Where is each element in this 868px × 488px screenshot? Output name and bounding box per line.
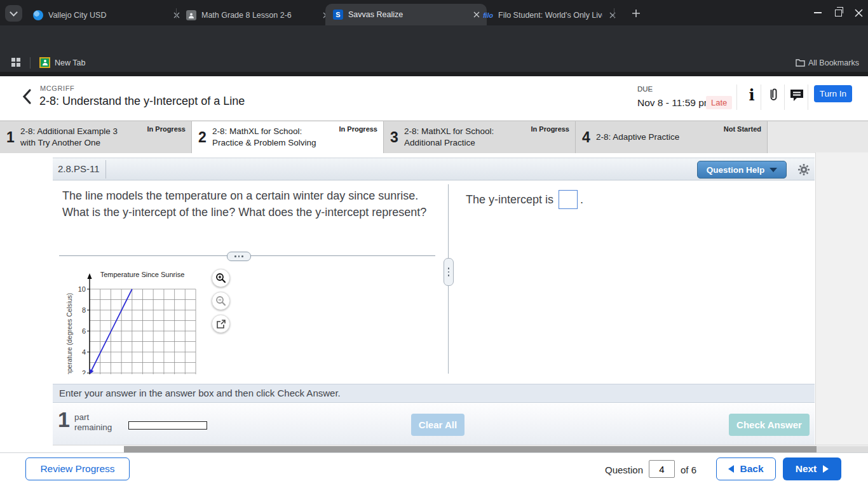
part-number: 3 <box>390 129 398 146</box>
header-separator <box>808 85 808 110</box>
browser-tab-1[interactable]: Vallejo City USD <box>25 4 187 25</box>
part-tab-3[interactable]: 3 2-8: MathXL for School: Additional Pra… <box>384 121 576 153</box>
question-total: of 6 <box>681 464 696 475</box>
part-label: 2-8: Additional Example 3 with Try Anoth… <box>20 126 133 149</box>
tab-separator <box>176 8 177 18</box>
browser-tab-3-active[interactable]: S Savvas Realize <box>325 4 487 25</box>
y-tick-2: 2 <box>82 369 86 374</box>
restore-button[interactable] <box>829 5 848 20</box>
tab-separator <box>614 8 614 18</box>
tab-close-icon[interactable] <box>607 10 618 20</box>
y-axis-arrow-icon <box>87 273 92 279</box>
tab-title: Savvas Realize <box>348 10 466 19</box>
part-tab-4[interactable]: 4 2-8: Adaptive Practice Not Started <box>576 121 768 153</box>
folder-icon <box>796 58 805 67</box>
browser-tab-4[interactable]: filo Filo Student: World's Only Live <box>475 4 623 25</box>
tab-search-button[interactable] <box>5 5 22 22</box>
turn-in-button[interactable]: Turn In <box>814 85 852 102</box>
vallejo-favicon-icon <box>33 10 43 20</box>
minimize-icon <box>814 12 822 13</box>
assignment-title: 2-8: Understand the y-Intercept of a Lin… <box>39 95 245 108</box>
zoom-out-button[interactable] <box>212 292 230 310</box>
late-badge: Late <box>706 96 732 109</box>
temperature-line <box>91 289 132 372</box>
question-toolbar: 2.8.PS-11 Question Help <box>53 158 815 180</box>
zoom-in-button[interactable] <box>212 269 230 287</box>
attachment-paperclip-icon[interactable] <box>767 87 780 103</box>
part-tab-1[interactable]: 1 2-8: Additional Example 3 with Try Ano… <box>0 121 192 153</box>
minimize-button[interactable] <box>808 5 827 20</box>
due-label: DUE <box>637 85 653 93</box>
answer-input[interactable] <box>559 190 578 209</box>
part-number: 1 <box>6 129 15 146</box>
back-arrow-icon <box>728 465 734 473</box>
progress-bar <box>128 421 207 430</box>
back-button[interactable]: Back <box>716 458 776 480</box>
question-help-button[interactable]: Question Help <box>697 161 787 179</box>
tab-title: Filo Student: World's Only Live <box>498 11 602 20</box>
bookmark-new-tab[interactable]: New Tab <box>55 58 85 67</box>
answer-sentence: The y-intercept is . <box>466 190 583 209</box>
scrollbar-track-end <box>817 446 868 452</box>
player-side-gutter <box>815 152 868 445</box>
review-progress-button[interactable]: Review Progress <box>25 458 130 480</box>
doc-person-favicon-icon <box>186 10 196 20</box>
caret-down-icon <box>770 168 777 172</box>
restore-icon <box>835 10 842 17</box>
header-separator <box>736 85 737 110</box>
all-bookmarks[interactable]: All Bookmarks <box>808 58 859 67</box>
answer-prefix: The y-intercept is <box>466 193 553 207</box>
part-status: In Progress <box>339 125 377 133</box>
assignment-back-button[interactable] <box>21 88 32 107</box>
part-tab-2-active[interactable]: 2 2-8: MathXL for School: Practice & Pro… <box>192 121 384 153</box>
classroom-bookmark-icon[interactable] <box>39 57 50 68</box>
y-tick-4: 4 <box>82 348 86 356</box>
parts-remaining-bar: 1 part remaining Clear All Check Answer <box>53 403 815 445</box>
question-number-input[interactable] <box>649 460 675 478</box>
part-label: 2-8: Adaptive Practice <box>596 132 723 143</box>
filo-favicon-icon: filo <box>483 10 493 20</box>
settings-gear-icon[interactable] <box>796 162 811 177</box>
close-window-button[interactable] <box>849 5 868 20</box>
browser-toolbar: savvasrealize.com/dashboard/classes/c03f… <box>0 25 868 54</box>
browser-tab-strip: Vallejo City USD Math Grade 8 Lesson 2-6… <box>0 0 868 25</box>
y-axis-label: Temperature (degrees Celsius) <box>65 293 73 374</box>
check-answer-button[interactable]: Check Answer <box>729 414 810 436</box>
part-status: In Progress <box>531 125 569 133</box>
comment-icon[interactable] <box>789 88 804 102</box>
parts-remaining-count: 1 <box>58 407 70 432</box>
part-label: 2-8: MathXL for School: Additional Pract… <box>404 126 525 149</box>
back-label: Back <box>740 463 763 475</box>
savvas-favicon-icon: S <box>333 10 343 20</box>
part-status: In Progress <box>147 125 186 133</box>
graph-figure: Temperature Since Sunrise 10 8 6 4 2 Tem… <box>59 269 215 374</box>
vertical-splitter-handle[interactable] <box>444 258 454 286</box>
open-in-new-window-button[interactable] <box>212 315 230 333</box>
bottom-navigation: Review Progress Question of 6 Back Next <box>0 452 868 488</box>
info-icon[interactable]: i <box>744 86 759 104</box>
next-button[interactable]: Next <box>783 458 841 480</box>
parts-tab-strip: 1 2-8: Additional Example 3 with Try Ano… <box>0 121 868 152</box>
screen: Vallejo City USD Math Grade 8 Lesson 2-6… <box>0 0 868 488</box>
browser-tab-2[interactable]: Math Grade 8 Lesson 2-6 <box>179 4 336 25</box>
horizontal-splitter-handle[interactable] <box>227 252 251 261</box>
apps-grid-icon[interactable] <box>11 58 20 67</box>
chrome-content-edge <box>0 72 868 76</box>
y-tick-10: 10 <box>78 285 86 293</box>
part-number: 4 <box>582 129 590 146</box>
bookmarks-separator <box>30 57 31 69</box>
part-status: Not Started <box>724 125 761 133</box>
clear-all-button[interactable]: Clear All <box>411 414 465 436</box>
tab-title: Math Grade 8 Lesson 2-6 <box>201 11 316 20</box>
question-help-label: Question Help <box>707 165 765 175</box>
due-date: Nov 8 - 11:59 pm <box>637 97 712 109</box>
new-tab-button[interactable] <box>629 6 643 20</box>
graph-title: Temperature Since Sunrise <box>100 271 185 278</box>
scrollbar-thumb[interactable] <box>124 446 817 452</box>
part-label: 2-8: MathXL for School: Practice & Probl… <box>212 126 333 149</box>
horizontal-scrollbar[interactable] <box>53 445 868 452</box>
next-label: Next <box>796 463 817 475</box>
header-separator <box>784 85 785 110</box>
toolbar-separator <box>105 160 106 179</box>
teacher-name: MCGRIFF <box>40 85 74 92</box>
